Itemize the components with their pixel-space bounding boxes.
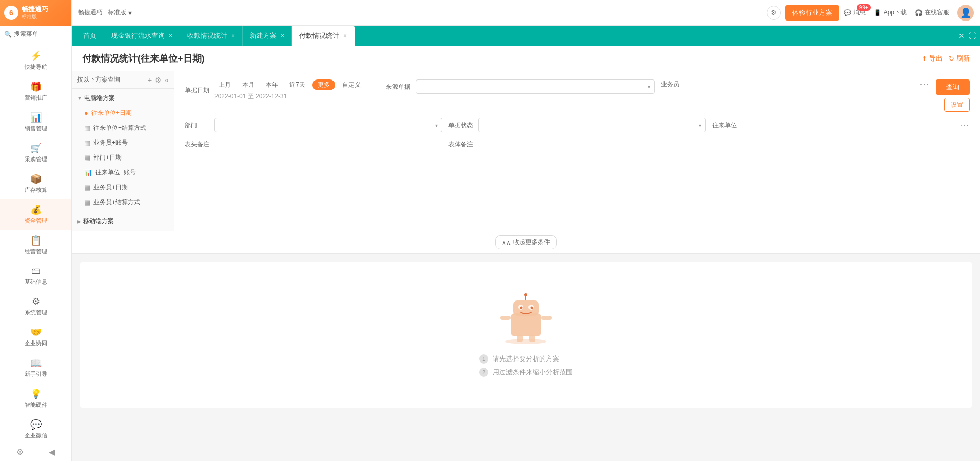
sidebar-item-hardware[interactable]: 💡 智能硬件 [0, 383, 71, 414]
avatar-text: 👤 [960, 7, 971, 18]
filter-header-note-input[interactable] [214, 138, 442, 150]
date-option-this-month[interactable]: 本月 [238, 79, 259, 90]
date-option-more[interactable]: 更多 [312, 79, 335, 90]
scheme-item-staff-account[interactable]: ▦ 业务员+账号 [72, 135, 174, 150]
scheme-item-dept-date[interactable]: ▦ 部门+日期 [72, 150, 174, 165]
scheme-item-staff-settlement[interactable]: ▦ 业务员+结算方式 [72, 195, 174, 210]
filter-source-select[interactable]: ▾ [416, 79, 655, 94]
scheme-collapse-btn[interactable]: « [165, 76, 169, 84]
user-avatar[interactable]: 👤 [957, 5, 974, 21]
breadcrumb-text: 畅捷通巧 标准版 [78, 8, 126, 17]
scheme-group-desktop: ▼ 电脑端方案 ● 往来单位+日期 ▦ 往来单位+结算方式 ▦ [72, 89, 174, 212]
tab-payment-stats[interactable]: 付款情况统计 × [292, 26, 355, 46]
sidebar-item-label: 企业微信 [25, 432, 47, 439]
tab-expand-btn[interactable]: ⛶ [969, 32, 976, 40]
filter-dept-select[interactable]: ▾ [214, 118, 442, 132]
tab-new-scheme-close[interactable]: × [281, 32, 284, 39]
sidebar-item-label: 营销推广 [25, 94, 47, 102]
page-content: 付款情况统计(往来单位+日期) ⬆ 导出 ↻ 刷新 按 [72, 46, 980, 461]
scheme-item-unit-account[interactable]: 📊 往来单位+账号 [72, 165, 174, 180]
footer-collapse-btn[interactable]: ◀ [49, 447, 55, 457]
scheme-add-btn[interactable]: + [148, 76, 152, 84]
step-2-num: 2 [479, 368, 488, 377]
sidebar-item-basic[interactable]: 🗃 基础信息 [0, 260, 71, 291]
scheme-group-desktop-header[interactable]: ▼ 电脑端方案 [72, 91, 174, 106]
export-icon: ⬆ [922, 55, 927, 63]
sidebar-item-sales[interactable]: 📊 销售管理 [0, 107, 71, 137]
sidebar-item-purchase[interactable]: 🛒 采购管理 [0, 137, 71, 168]
scheme-item-unit-settlement[interactable]: ▦ 往来单位+结算方式 [72, 121, 174, 135]
tab-close-all-btn[interactable]: ✕ [958, 32, 965, 40]
sidebar-item-enterprise[interactable]: 🤝 企业协同 [0, 322, 71, 352]
header-settings-button[interactable]: ⚙ [767, 6, 781, 20]
tab-payment-stats-label: 付款情况统计 [299, 31, 339, 41]
scheme-item-unit-date[interactable]: ● 往来单位+日期 [72, 106, 174, 121]
sidebar-item-operations[interactable]: 📋 经营管理 [0, 230, 71, 260]
sidebar-item-quick-nav[interactable]: ⚡ 快捷导航 [0, 45, 71, 76]
tab-new-scheme-label: 新建方案 [250, 31, 277, 41]
date-option-this-year[interactable]: 本年 [262, 79, 282, 90]
scheme-group-mobile-header[interactable]: ▶ 移动端方案 [72, 214, 174, 229]
svg-rect-7 [500, 316, 511, 320]
tab-bank-flow-close[interactable]: × [169, 32, 172, 39]
scheme-item-label: 业务员+账号 [93, 138, 128, 147]
online-service-btn[interactable]: 🎧 在线客服 [915, 8, 949, 17]
sidebar-item-system[interactable]: ⚙ 系统管理 [0, 291, 71, 322]
scheme-panel-actions: + ⚙ « [148, 76, 169, 84]
tab-bank-flow[interactable]: 现金银行流水查询 × [104, 26, 180, 46]
footer-settings-btn[interactable]: ⚙ [16, 447, 24, 457]
date-option-last-month[interactable]: 上月 [214, 79, 235, 90]
sidebar-item-wechat[interactable]: 💬 企业微信 [0, 414, 71, 443]
sidebar-item-marketing[interactable]: 🎁 营销推广 [0, 76, 71, 107]
trial-btn[interactable]: 体验行业方案 [785, 5, 839, 21]
date-option-7days[interactable]: 近7天 [285, 79, 309, 90]
scheme-item-grid-icon5: ▦ [84, 198, 90, 206]
app-download-btn[interactable]: 📱 App下载 [874, 8, 907, 17]
sidebar-item-label: 系统管理 [25, 309, 47, 316]
filter-partner-dots[interactable]: ··· [960, 121, 970, 130]
date-range-text: 2022-01-01 至 2022-12-31 [214, 92, 365, 101]
export-btn[interactable]: ⬆ 导出 [922, 54, 943, 63]
tab-receipt-stats[interactable]: 收款情况统计 × [180, 26, 243, 46]
collapse-bar: ∧∧ 收起更多条件 [72, 231, 980, 254]
scheme-settings-btn[interactable]: ⚙ [155, 76, 162, 84]
page-title: 付款情况统计(往来单位+日期) [82, 52, 205, 65]
refresh-btn[interactable]: ↻ 刷新 [949, 54, 970, 63]
breadcrumb-dropdown-btn[interactable]: ▾ [128, 9, 132, 17]
scheme-mobile-arrow: ▶ [77, 218, 81, 224]
sidebar-item-guide[interactable]: 📖 新手引导 [0, 352, 71, 383]
settings-small-button[interactable]: 设置 [944, 98, 970, 112]
purchase-icon: 🛒 [30, 143, 42, 154]
sidebar-item-label: 销售管理 [25, 125, 47, 132]
tab-payment-stats-close[interactable]: × [343, 32, 347, 39]
empty-steps: 1 请先选择要分析的方案 2 用过滤条件来缩小分析范围 [479, 354, 573, 377]
collapse-conditions-btn[interactable]: ∧∧ 收起更多条件 [495, 235, 557, 249]
tab-home[interactable]: 首页 [76, 26, 104, 46]
empty-state: 1 请先选择要分析的方案 2 用过滤条件来缩小分析范围 [80, 262, 972, 408]
filter-staff-dots[interactable]: ··· [920, 79, 930, 89]
filter-body-note-label: 表体备注 [448, 140, 474, 149]
empty-step-2: 2 用过滤条件来缩小分析范围 [479, 368, 573, 377]
date-option-custom[interactable]: 自定义 [338, 79, 365, 90]
svg-rect-11 [517, 335, 523, 342]
filter-header-note-label: 表头备注 [185, 140, 210, 149]
message-btn[interactable]: 💬 消息 99+ [844, 8, 866, 17]
sidebar-search[interactable]: 🔍 搜索菜单 [0, 26, 71, 43]
message-icon: 💬 [844, 9, 851, 16]
tab-receipt-stats-close[interactable]: × [231, 32, 235, 39]
tab-actions: ✕ ⛶ [958, 32, 976, 40]
dept-select-arrow: ▾ [435, 123, 438, 128]
sidebar-item-finance[interactable]: 💰 资金管理 [0, 199, 71, 230]
filter-body-note-input[interactable] [478, 138, 706, 150]
sidebar-item-inventory[interactable]: 📦 库存核算 [0, 168, 71, 199]
query-button[interactable]: 查询 [936, 79, 970, 95]
sidebar-item-label: 库存核算 [25, 186, 47, 194]
date-options: 上月 本月 本年 近7天 更多 自定义 [214, 79, 365, 90]
filter-status-field: 单据状态 ▾ [448, 118, 706, 132]
tab-new-scheme[interactable]: 新建方案 × [243, 26, 292, 46]
filter-partner-label: 往来单位 [712, 121, 738, 130]
sidebar-item-label: 采购管理 [25, 155, 47, 163]
scheme-item-staff-date[interactable]: ▦ 业务员+日期 [72, 180, 174, 195]
filter-status-select[interactable]: ▾ [478, 118, 706, 132]
sidebar-item-label: 企业协同 [25, 339, 47, 347]
